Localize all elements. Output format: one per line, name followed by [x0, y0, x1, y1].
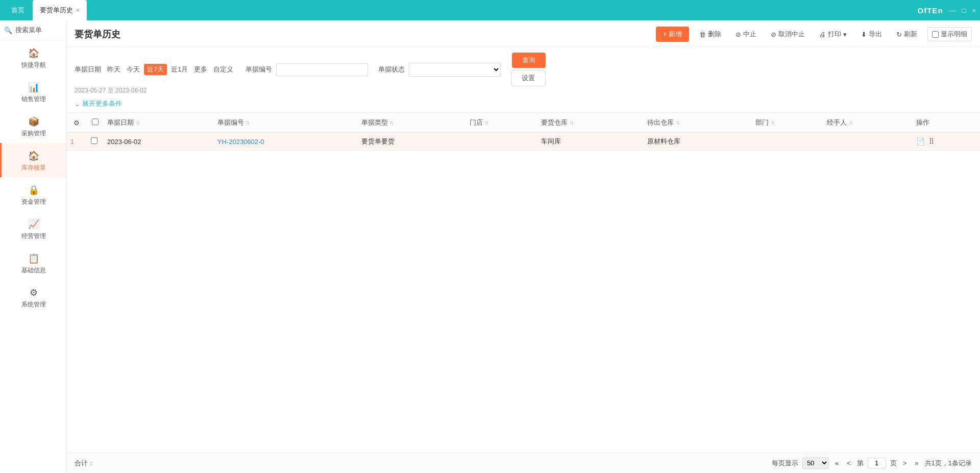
sidebar-item-system[interactable]: ⚙ 系统管理 — [0, 280, 66, 314]
delete-label: 删除 — [708, 30, 721, 39]
last-page-btn[interactable]: » — [913, 458, 920, 468]
sidebar-item-basic[interactable]: 📋 基础信息 — [0, 246, 66, 280]
display-detail-button[interactable]: 显示明细 — [927, 27, 972, 41]
cancel-suspend-button[interactable]: ⊘ 取消中止 — [767, 28, 809, 41]
doc-no-link[interactable]: YH-20230602-0 — [217, 138, 264, 146]
docno-input[interactable] — [276, 63, 368, 76]
page-content: 要货单历史 + 新增 🗑 删除 ⊘ 中止 ⊘ 取消中止 — [66, 20, 980, 473]
display-detail-checkbox[interactable] — [932, 31, 939, 38]
expand-chevron-icon: ⌄ — [75, 100, 80, 108]
th-pending-warehouse[interactable]: 待出仓库 ⇅ — [643, 113, 751, 133]
cancel-suspend-icon: ⊘ — [771, 31, 776, 38]
print-button[interactable]: 🖨 打印 ▾ — [815, 28, 851, 41]
date-more-btn[interactable]: 更多 — [192, 64, 209, 75]
pagination: 每页显示 50 10 20 100 « < 第 页 > » 共1页，1条记录 — [772, 457, 972, 469]
prev-page-btn[interactable]: < — [845, 458, 853, 468]
delete-button[interactable]: 🗑 删除 — [695, 28, 725, 41]
sidebar-item-sales[interactable]: 📊 销售管理 — [0, 75, 66, 109]
filter-area: 单据日期 昨天 今天 近7天 近1月 更多 自定义 单据编号 — [66, 46, 980, 113]
tab-home[interactable]: 首页 — [4, 0, 32, 20]
print-chevron-icon: ▾ — [843, 31, 847, 38]
refresh-icon: ↻ — [896, 31, 902, 38]
query-button[interactable]: 查询 — [512, 53, 546, 68]
main-layout: 🔍 搜索菜单 🏠 快捷导航 📊 销售管理 📦 采购管理 🏠 库存核算 🔒 资金管… — [0, 20, 980, 473]
tab-active[interactable]: 要货单历史 × — [33, 0, 87, 20]
window-max-btn[interactable]: □ — [962, 7, 966, 14]
th-doc-date[interactable]: 单据日期 ⇅ — [103, 113, 213, 133]
sidebar-search-label: 搜索菜单 — [15, 26, 42, 35]
row-checkbox[interactable] — [91, 137, 97, 144]
th-department[interactable]: 部门 ⇅ — [751, 113, 823, 133]
th-department-label: 部门 — [755, 119, 769, 126]
action-more-icon[interactable]: ⠿ — [929, 137, 934, 146]
print-icon: 🖨 — [819, 31, 826, 38]
sort-department-icon: ⇅ — [771, 120, 775, 126]
select-all-checkbox[interactable] — [92, 119, 99, 125]
th-handler-label: 经手人 — [827, 119, 847, 126]
th-doc-type[interactable]: 单据类型 ⇅ — [357, 113, 465, 133]
action-edit-icon[interactable]: 📄 — [916, 137, 925, 146]
refresh-button[interactable]: ↻ 刷新 — [892, 28, 921, 41]
status-select[interactable] — [409, 63, 501, 77]
top-right-controls: OfTEn — □ × — [918, 6, 976, 15]
td-checkbox — [87, 133, 103, 151]
td-doc-type: 要货单要货 — [357, 133, 465, 151]
top-bar: 首页 要货单历史 × OfTEn — □ × — [0, 0, 980, 20]
basic-icon: 📋 — [28, 253, 39, 264]
sidebar-item-finance[interactable]: 🔒 资金管理 — [0, 177, 66, 211]
tab-close-icon[interactable]: × — [76, 0, 80, 20]
th-settings[interactable]: ⚙ — [66, 113, 87, 133]
export-icon: ⬇ — [861, 31, 867, 38]
date-custom-btn[interactable]: 自定义 — [211, 64, 235, 75]
sort-pending-warehouse-icon: ⇅ — [676, 120, 680, 126]
th-handler[interactable]: 经手人 ⇅ — [823, 113, 912, 133]
toolbar: + 新增 🗑 删除 ⊘ 中止 ⊘ 取消中止 🖨 打 — [656, 27, 972, 42]
filter-row: 单据日期 昨天 今天 近7天 近1月 更多 自定义 单据编号 — [75, 53, 972, 86]
cancel-suspend-label: 取消中止 — [778, 30, 805, 39]
window-min-btn[interactable]: — — [949, 7, 956, 14]
data-table: ⚙ 单据日期 ⇅ 单据编号 ⇅ — [66, 113, 980, 151]
th-doc-no-label: 单据编号 — [217, 119, 244, 126]
settings-button[interactable]: 设置 — [511, 70, 546, 86]
th-req-warehouse[interactable]: 要货仓库 ⇅ — [537, 113, 643, 133]
sidebar-item-purchase[interactable]: 📦 采购管理 — [0, 109, 66, 143]
docno-label: 单据编号 — [246, 65, 272, 74]
th-req-warehouse-label: 要货仓库 — [541, 119, 568, 126]
date-1month-btn[interactable]: 近1月 — [169, 64, 190, 75]
sort-req-warehouse-icon: ⇅ — [570, 120, 574, 126]
th-doc-no[interactable]: 单据编号 ⇅ — [213, 113, 357, 133]
date-today-btn[interactable]: 今天 — [125, 64, 142, 75]
filter-status-item: 单据状态 — [378, 63, 501, 77]
filter-docno-item: 单据编号 — [246, 63, 368, 76]
page-title: 要货单历史 — [75, 28, 120, 40]
footer-total-label: 合计： — [75, 459, 94, 468]
new-button[interactable]: + 新增 — [656, 27, 689, 42]
table-header-row: ⚙ 单据日期 ⇅ 单据编号 ⇅ — [66, 113, 980, 133]
th-store[interactable]: 门店 ⇅ — [465, 113, 537, 133]
table-body: 1 2023-06-02 YH-20230602-0 要货单要货 车间库 — [66, 133, 980, 151]
action-icons: 📄 ⠿ — [916, 137, 976, 146]
date-filters: 昨天 今天 近7天 近1月 更多 自定义 — [105, 64, 235, 75]
brand-label: OfTEn — [918, 6, 943, 15]
suspend-button[interactable]: ⊘ 中止 — [731, 28, 761, 41]
page-size-select[interactable]: 50 10 20 100 — [802, 457, 829, 469]
window-close-btn[interactable]: × — [972, 7, 976, 14]
expand-label: 展开更多条件 — [82, 99, 122, 108]
first-page-btn[interactable]: « — [833, 458, 841, 468]
sidebar-item-quick-nav[interactable]: 🏠 快捷导航 — [0, 40, 66, 75]
next-page-btn[interactable]: > — [901, 458, 909, 468]
sidebar-search[interactable]: 🔍 搜索菜单 — [0, 20, 66, 40]
th-checkbox — [87, 113, 103, 133]
inventory-icon: 🏠 — [28, 150, 39, 161]
td-req-warehouse: 车间库 — [537, 133, 643, 151]
date-yesterday-btn[interactable]: 昨天 — [105, 64, 122, 75]
export-button[interactable]: ⬇ 导出 — [857, 28, 886, 41]
delete-icon: 🗑 — [699, 31, 706, 38]
expand-more-btn[interactable]: ⌄ 展开更多条件 — [75, 99, 972, 108]
sidebar-item-operations[interactable]: 📈 经营管理 — [0, 211, 66, 246]
date-7days-btn[interactable]: 近7天 — [144, 64, 167, 75]
sidebar-item-purchase-label: 采购管理 — [21, 129, 46, 138]
sidebar-item-inventory[interactable]: 🏠 库存核算 — [0, 143, 66, 177]
sort-doc-type-icon: ⇅ — [389, 120, 394, 126]
page-input[interactable] — [868, 458, 886, 468]
